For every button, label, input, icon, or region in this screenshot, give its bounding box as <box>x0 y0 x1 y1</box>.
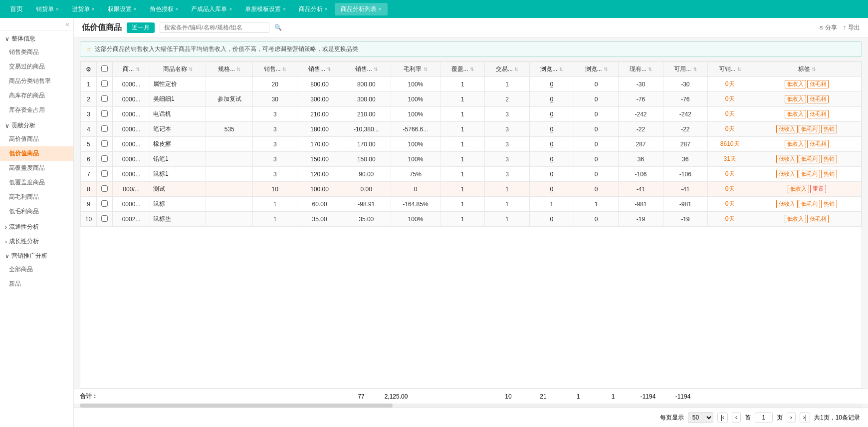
sort-icon[interactable]: ⇅ <box>693 66 697 72</box>
nav-home[interactable]: 首页 <box>4 2 29 15</box>
row-select-checkbox[interactable] <box>101 125 108 132</box>
col-spec[interactable]: 规格... ⇅ <box>206 62 253 77</box>
close-icon[interactable]: × <box>379 6 382 12</box>
time-filter-button[interactable]: 近一月 <box>127 22 155 33</box>
select-all-checkbox[interactable] <box>101 65 108 72</box>
row-select-checkbox[interactable] <box>101 170 108 177</box>
row-checkbox[interactable] <box>97 167 113 182</box>
sidebar-group-overview[interactable]: ∨ 整体信息 <box>0 30 73 45</box>
last-page-button[interactable]: ›| <box>800 413 810 423</box>
sort-icon[interactable]: ⇅ <box>374 66 378 72</box>
sidebar-item-high-stock[interactable]: 高库存的商品 <box>0 88 73 103</box>
first-page-button[interactable]: |‹ <box>717 413 728 423</box>
sidebar-item-high-margin[interactable]: 高毛利商品 <box>0 190 73 204</box>
row-checkbox[interactable] <box>97 107 113 122</box>
row-select-checkbox[interactable] <box>101 215 108 222</box>
per-page-select[interactable]: 50 100 <box>688 412 713 423</box>
sort-icon[interactable]: ⇅ <box>604 66 608 72</box>
row-checkbox[interactable] <box>97 212 113 227</box>
share-button[interactable]: ⎋ 分享 <box>820 23 837 32</box>
row-select-checkbox[interactable] <box>101 155 108 162</box>
sidebar-item-high-coverage[interactable]: 高覆盖度商品 <box>0 161 73 175</box>
sort-icon[interactable]: ⇅ <box>236 66 240 72</box>
search-icon[interactable]: 🔍 <box>274 24 282 31</box>
col-name[interactable]: 商品名称 ⇅ <box>150 62 206 77</box>
row-checkbox[interactable] <box>97 137 113 152</box>
row-select-checkbox[interactable] <box>101 200 108 207</box>
nav-product-analysis-list[interactable]: 商品分析列表 × <box>335 3 388 15</box>
row-select-checkbox[interactable] <box>101 140 108 147</box>
sidebar-item-low-value[interactable]: 低价值商品 <box>0 146 73 161</box>
sidebar-group-contribution[interactable]: ∨ 贡献分析 <box>0 117 73 132</box>
view1-link[interactable]: 0 <box>550 171 554 178</box>
sort-icon[interactable]: ⇅ <box>327 66 331 72</box>
nav-sales[interactable]: 销货单 × <box>30 3 65 15</box>
col-view1[interactable]: 浏览... ⇅ <box>529 62 574 77</box>
nav-permission[interactable]: 权限设置 × <box>102 3 143 15</box>
row-select-checkbox[interactable] <box>101 80 108 87</box>
close-icon[interactable]: × <box>134 6 137 12</box>
sidebar-item-new-products[interactable]: 新品 <box>0 277 73 291</box>
sidebar-item-all-products[interactable]: 全部商品 <box>0 262 73 277</box>
horizontal-scrollbar[interactable] <box>80 404 393 408</box>
sidebar-collapse-btn[interactable]: « <box>65 20 69 28</box>
col-view2[interactable]: 浏览... ⇅ <box>574 62 619 77</box>
nav-product-inbound[interactable]: 产成品入库单 × <box>185 3 238 15</box>
checkbox-col-header[interactable] <box>97 62 113 77</box>
col-sales-qty[interactable]: 销售... ⇅ <box>253 62 297 77</box>
nav-product-analysis[interactable]: 商品分析 × <box>293 3 334 15</box>
sidebar-item-sales-products[interactable]: 销售类商品 <box>0 45 73 59</box>
close-icon[interactable]: × <box>229 6 232 12</box>
nav-purchase[interactable]: 进货单 × <box>66 3 101 15</box>
sidebar-item-low-coverage[interactable]: 低覆盖度商品 <box>0 175 73 190</box>
settings-col-header[interactable]: ⚙ <box>81 62 97 77</box>
row-checkbox[interactable] <box>97 197 113 212</box>
next-page-button[interactable]: › <box>787 413 796 423</box>
sort-icon[interactable]: ⇅ <box>648 66 652 72</box>
close-icon[interactable]: × <box>325 6 328 12</box>
view1-link[interactable]: 0 <box>550 126 554 133</box>
sort-icon[interactable]: ⇅ <box>470 66 474 72</box>
row-select-checkbox[interactable] <box>101 110 108 117</box>
col-coverage[interactable]: 覆盖... ⇅ <box>440 62 485 77</box>
close-icon[interactable]: × <box>283 6 286 12</box>
export-button[interactable]: ↑ 导出 <box>843 23 860 32</box>
view1-link[interactable]: 0 <box>550 111 554 118</box>
nav-template-settings[interactable]: 单据模板设置 × <box>239 3 292 15</box>
col-stock[interactable]: 现有... ⇅ <box>619 62 663 77</box>
page-number-input[interactable] <box>755 413 773 423</box>
col-trade[interactable]: 交易... ⇅ <box>485 62 529 77</box>
sort-icon[interactable]: ⇅ <box>282 66 286 72</box>
sort-icon[interactable]: ⇅ <box>559 66 563 72</box>
col-code[interactable]: 商... ⇅ <box>113 62 150 77</box>
row-checkbox[interactable] <box>97 182 113 197</box>
prev-page-button[interactable]: ‹ <box>732 413 741 423</box>
view1-link[interactable]: 0 <box>550 81 554 88</box>
sort-icon[interactable]: ⇅ <box>189 66 193 72</box>
row-checkbox[interactable] <box>97 92 113 107</box>
sort-icon[interactable]: ⇅ <box>136 66 140 72</box>
sort-icon[interactable]: ⇅ <box>812 66 816 72</box>
search-input[interactable] <box>160 22 269 33</box>
row-select-checkbox[interactable] <box>101 95 108 102</box>
sidebar-item-traded-products[interactable]: 交易过的商品 <box>0 59 73 74</box>
sidebar-item-low-margin[interactable]: 低毛利商品 <box>0 204 73 219</box>
close-icon[interactable]: × <box>92 6 95 12</box>
close-icon[interactable]: × <box>176 6 179 12</box>
col-saleable[interactable]: 可销... ⇅ <box>708 62 752 77</box>
view1-link[interactable]: 1 <box>550 201 554 208</box>
sidebar-group-circulation[interactable]: › 流通性分析 <box>0 219 73 233</box>
sort-icon[interactable]: ⇅ <box>424 66 428 72</box>
sidebar-item-stock-capital[interactable]: 库存资金占用 <box>0 103 73 117</box>
sidebar-item-category-sales[interactable]: 商品分类销售率 <box>0 74 73 88</box>
col-sales-avg[interactable]: 销售... ⇅ <box>342 62 391 77</box>
col-avail[interactable]: 可用... ⇅ <box>663 62 707 77</box>
row-checkbox[interactable] <box>97 77 113 92</box>
view1-link[interactable]: 0 <box>550 96 554 103</box>
sort-icon[interactable]: ⇅ <box>737 66 741 72</box>
col-tags[interactable]: 标签 ⇅ <box>752 62 862 77</box>
view1-link[interactable]: 0 <box>550 141 554 148</box>
col-sales-amount[interactable]: 销售... ⇅ <box>297 62 342 77</box>
row-select-checkbox[interactable] <box>101 185 108 192</box>
view1-link[interactable]: 0 <box>550 186 554 193</box>
